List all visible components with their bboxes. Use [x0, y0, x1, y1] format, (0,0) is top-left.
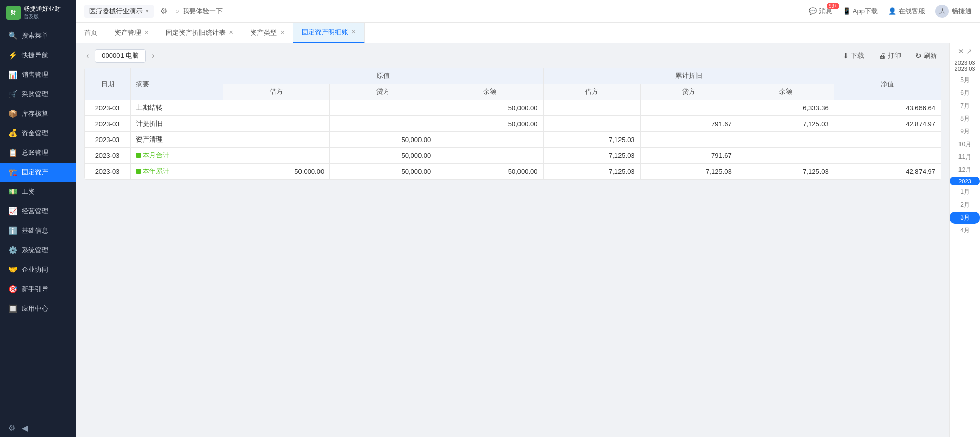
sidebar-label-apps: 应用中心 [22, 304, 48, 313]
user-profile[interactable]: 人 畅捷通 [935, 5, 972, 18]
cell-orig-balance-0: 50,000.00 [436, 100, 543, 116]
timeline-month-prev-7月[interactable]: 7月 [950, 100, 980, 112]
settings-icon[interactable]: ⚙ [8, 423, 15, 433]
logo-text: 畅捷通好业财 [24, 5, 61, 13]
sidebar-bottom: ⚙ ◀ [0, 419, 76, 437]
col-header-orig-credit: 贷方 [330, 84, 436, 100]
sidebar-item-apps[interactable]: 🔲应用中心 [0, 299, 76, 319]
prev-asset-button[interactable]: ‹ [84, 50, 91, 62]
timeline-month-prev-12月[interactable]: 12月 [950, 164, 980, 176]
guide-icon: 🎯 [8, 285, 17, 294]
cell-dep-debit-2: 7,125.03 [543, 132, 640, 148]
app-download-icon: 📱 [843, 7, 851, 15]
sidebar-item-ledger[interactable]: 📋总账管理 [0, 143, 76, 163]
cell-orig-credit-2: 50,000.00 [330, 132, 436, 148]
cell-net-4: 42,874.97 [834, 164, 941, 180]
tab-home[interactable]: 首页 [76, 23, 106, 43]
timeline-month-prev-6月[interactable]: 6月 [950, 87, 980, 99]
sidebar-item-system[interactable]: ⚙️系统管理 [0, 241, 76, 260]
timeline-month-prev-8月[interactable]: 8月 [950, 113, 980, 125]
cell-orig-balance-2 [436, 132, 543, 148]
timeline-month-prev-5月[interactable]: 5月 [950, 74, 980, 86]
timeline-year-badge[interactable]: 2023 [950, 177, 980, 185]
sidebar-item-sales[interactable]: 📊销售管理 [0, 65, 76, 85]
message-button[interactable]: 💬 消息 99+ [809, 7, 832, 16]
app-download-button[interactable]: 📱 App下载 [843, 7, 878, 16]
sidebar-item-inventory[interactable]: 📦库存核算 [0, 104, 76, 124]
cell-dep-debit-0 [543, 100, 640, 116]
tab-depreciation[interactable]: 固定资产折旧统计表✕ [157, 23, 242, 43]
topbar-settings-icon[interactable]: ⚙ [160, 6, 167, 16]
tab-close-asset_type[interactable]: ✕ [280, 29, 285, 36]
sidebar-item-salary[interactable]: 💵工资 [0, 182, 76, 202]
cell-dep-credit-3: 791.67 [640, 148, 737, 164]
tab-detail[interactable]: 固定资产明细账✕ [293, 23, 365, 43]
cell-dep-balance-4: 7,125.03 [737, 164, 834, 180]
sidebar-item-search[interactable]: 🔍搜索菜单 [0, 26, 76, 46]
sidebar-item-capital[interactable]: 💰资金管理 [0, 124, 76, 143]
cell-orig-credit-1 [330, 116, 436, 132]
sidebar-item-fixed[interactable]: 🏗️固定资产 [0, 163, 76, 182]
sidebar-label-capital: 资金管理 [22, 129, 48, 138]
sidebar-label-inventory: 库存核算 [22, 109, 48, 118]
sidebar: 财 畅捷通好业财 普及版 🔍搜索菜单⚡快捷导航📊销售管理🛒采购管理📦库存核算💰资… [0, 0, 76, 437]
col-header-orig-balance: 余额 [436, 84, 543, 100]
sidebar-label-operation: 经营管理 [22, 207, 48, 216]
nav-icon: ⚡ [8, 51, 17, 60]
tab-asset_mgmt[interactable]: 资产管理✕ [106, 23, 157, 43]
fixed-icon: 🏗️ [8, 168, 17, 177]
print-button[interactable]: 🖨 打印 [874, 49, 905, 63]
tab-close-depreciation[interactable]: ✕ [229, 29, 233, 36]
online-service-button[interactable]: 👤 在线客服 [888, 7, 925, 16]
timeline-expand-button[interactable]: ↗ [966, 47, 972, 57]
collapse-icon[interactable]: ◀ [22, 423, 28, 433]
cell-orig-balance-3 [436, 148, 543, 164]
sidebar-item-operation[interactable]: 📈经营管理 [0, 202, 76, 221]
timeline-close-button[interactable]: ✕ [958, 47, 964, 55]
refresh-button[interactable]: ↻ 刷新 [911, 49, 941, 63]
cell-date-2: 2023-03 [85, 132, 131, 148]
sidebar-item-basic[interactable]: ℹ️基础信息 [0, 221, 76, 241]
logo-sub: 普及版 [24, 13, 61, 21]
sidebar-item-purchase[interactable]: 🛒采购管理 [0, 85, 76, 104]
cell-orig-credit-3: 50,000.00 [330, 148, 436, 164]
sales-icon: 📊 [8, 70, 17, 80]
logo-icon: 财 [6, 6, 21, 20]
sidebar-label-system: 系统管理 [22, 246, 48, 255]
cell-date-3: 2023-03 [85, 148, 131, 164]
download-button[interactable]: ⬇ 下载 [838, 49, 868, 63]
table-row: 2023-03 计提折旧 50,000.00 791.67 7,125.03 4… [85, 116, 941, 132]
timeline-month-prev-11月[interactable]: 11月 [950, 151, 980, 163]
sidebar-item-collab[interactable]: 🤝企业协同 [0, 260, 76, 280]
sidebar-item-nav[interactable]: ⚡快捷导航 [0, 46, 76, 65]
timeline-month-2月[interactable]: 2月 [950, 199, 980, 211]
timeline-month-3月[interactable]: 3月 [950, 212, 980, 224]
tab-close-detail[interactable]: ✕ [351, 29, 356, 35]
operation-icon: 📈 [8, 207, 17, 216]
timeline-month-4月[interactable]: 4月 [950, 225, 980, 236]
purchase-icon: 🛒 [8, 90, 17, 99]
trial-experience[interactable]: ○ 我要体验一下 [175, 7, 223, 16]
timeline-month-prev-10月[interactable]: 10月 [950, 138, 980, 150]
cell-orig-debit-2 [223, 132, 330, 148]
sidebar-label-ledger: 总账管理 [22, 148, 48, 157]
sidebar-label-guide: 新手引导 [22, 285, 48, 294]
timeline-month-1月[interactable]: 1月 [950, 186, 980, 198]
next-asset-button[interactable]: › [150, 50, 156, 62]
capital-icon: 💰 [8, 129, 17, 138]
tab-asset_type[interactable]: 资产类型✕ [242, 23, 293, 43]
tab-label-home: 首页 [84, 28, 97, 37]
inventory-icon: 📦 [8, 109, 17, 118]
main-table: 日期 摘要 原值 累计折旧 净值 借方 贷方 余额 借方 贷方 余额 [84, 68, 941, 180]
cell-dep-debit-1 [543, 116, 640, 132]
topbar: 医疗器械行业演示 ▾ ⚙ ○ 我要体验一下 💬 消息 99+ 📱 App下载 👤… [76, 0, 980, 23]
system-icon: ⚙️ [8, 246, 17, 255]
company-selector[interactable]: 医疗器械行业演示 ▾ [84, 5, 154, 18]
timeline-month-prev-9月[interactable]: 9月 [950, 126, 980, 137]
sidebar-item-guide[interactable]: 🎯新手引导 [0, 280, 76, 299]
service-label: 在线客服 [898, 7, 925, 16]
logo-text-block: 畅捷通好业财 普及版 [24, 5, 61, 21]
tabs-bar: 首页资产管理✕固定资产折旧统计表✕资产类型✕固定资产明细账✕ [76, 23, 980, 43]
tab-close-asset_mgmt[interactable]: ✕ [144, 29, 149, 36]
message-icon: 💬 [809, 7, 817, 15]
